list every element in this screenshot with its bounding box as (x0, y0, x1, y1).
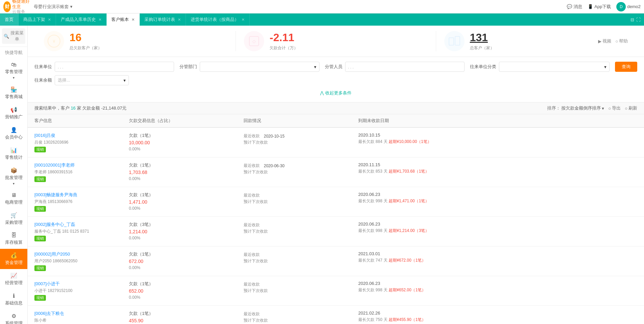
last-payment-row: 最近收款 (244, 222, 358, 228)
dept-select[interactable]: ▾ (200, 62, 319, 72)
filter-balance: 往来余额 选择... ▾ (34, 75, 129, 85)
unit-category-select[interactable]: ▾ (499, 62, 610, 72)
overdue-date: 2020.10.15 (358, 132, 637, 138)
customer-info: [0003]畅捷服务尹海燕 尹海燕 18513066976 现销 (34, 192, 129, 212)
video-button[interactable]: ▶ 视频 (598, 38, 611, 44)
overdue-link[interactable]: 超期¥10,000.00（1笔） (389, 139, 431, 144)
message-button[interactable]: 💬 消息 (567, 4, 582, 10)
table-row: [0002]服务中心_丁磊 服务中心_丁磊 181 0125 8371 现销 欠… (28, 217, 644, 246)
logo-icon: 财 (3, 1, 11, 12)
overdue-link[interactable]: 超期¥455.90（1笔） (389, 317, 426, 322)
overdue-date: 2020.06.23 (358, 192, 637, 197)
customer-name[interactable]: [0016]吕俊 (34, 132, 129, 139)
close-icon[interactable]: ✕ (48, 18, 51, 22)
filter-row-1: 往来单位 ... 分管部门 ▾ 分管人员 ... (34, 62, 637, 72)
app-download-button[interactable]: 📱 App下载 (588, 4, 611, 10)
tab-purchase[interactable]: 采购订单统计表 ✕ (140, 13, 186, 26)
sidebar-item-retail-stats[interactable]: 📊 零售统计 (0, 144, 27, 164)
purchase-icon: 🛒 (10, 212, 17, 218)
download-icon: 📱 (588, 4, 593, 9)
overdue-info: 2021.02.26 最长欠款 750 天 超期¥455.90（1笔） (358, 311, 637, 323)
overdue-link[interactable]: 超期¥1,214.00（3笔） (389, 228, 429, 233)
customer-name[interactable]: [0006]去下粮仓 (34, 311, 129, 317)
marketing-icon: 📢 (10, 107, 17, 113)
close-icon[interactable]: ✕ (242, 18, 245, 22)
next-payment-label: 预计下次收款 (244, 140, 268, 145)
sort-select[interactable]: 按欠款金额倒序排序 (561, 105, 601, 111)
sidebar-item-basic-info[interactable]: ℹ 基础信息 (0, 289, 27, 310)
tab-goods[interactable]: 商品上下架 ✕ (19, 13, 56, 26)
customer-name[interactable]: [000002]用户2050 (34, 251, 129, 257)
sidebar-item-member[interactable]: 👤 会员中心 (0, 123, 27, 144)
debt-info: 欠款（1笔） 10,000.00 0.00% (129, 132, 244, 151)
source-unit-input[interactable]: ... (55, 62, 174, 72)
close-icon[interactable]: ✕ (99, 18, 102, 22)
sidebar-item-purchase[interactable]: 🛒 采购管理 (0, 209, 27, 229)
store-selector[interactable]: 母婴行业演示账套 ▾ (34, 4, 73, 10)
customer-name[interactable]: [0007]小进干 (34, 281, 129, 287)
manager-input[interactable]: ... (345, 62, 465, 72)
sidebar-item-batch-mgmt[interactable]: 📦 批发管理 ▾ (0, 164, 27, 189)
customer-name[interactable]: [0001020001]李老师 (34, 162, 129, 168)
sidebar-item-retail-mgmt[interactable]: 🛍 零售管理 ▾ (0, 58, 27, 83)
query-button[interactable]: 查询 (615, 62, 637, 72)
overdue-date: 2020.06.23 (358, 222, 637, 227)
chevron-down-icon[interactable]: ▾ (602, 106, 604, 111)
finance-icon: 💰 (10, 252, 17, 259)
export-button[interactable]: ○ 导出 (608, 105, 621, 111)
window-restore-icon[interactable]: ⊟ (631, 17, 634, 22)
collapse-button[interactable]: ⋀ 收起更多条件 (34, 89, 637, 97)
stat-actions: ▶ 视频 ○ 帮助 (598, 38, 628, 44)
debt-percent: 0.00% (129, 206, 244, 211)
logo-text: 畅捷通好生意 云服务 (12, 0, 30, 14)
tab-produce[interactable]: 产成品入库单历史 ✕ (56, 13, 107, 26)
customer-name[interactable]: [0002]服务中心_丁磊 (34, 222, 129, 228)
debt-percent: 0.00% (129, 236, 244, 240)
sidebar-item-retail-store[interactable]: 🏪 零售商城 (0, 83, 27, 103)
unit-category-label: 往来单位分类 (470, 64, 496, 70)
balance-select[interactable]: 选择... ▾ (55, 75, 129, 85)
overdue-link[interactable]: 超期¥1,703.68（1笔） (389, 169, 429, 174)
fullscreen-icon[interactable]: ⛶ (636, 17, 641, 22)
chevron-down-icon: ▾ (13, 182, 15, 185)
overdue-info: 2020.10.15 最长欠款 884 天 超期¥10,000.00（1笔） (358, 132, 637, 145)
sidebar-quick-nav[interactable]: 快捷导航 (0, 47, 27, 58)
next-payment-label: 预计下次收款 (244, 258, 268, 264)
customer-info: [0006]去下粮仓 陈小希 现销 (34, 311, 129, 324)
stats-row: ¥ 16 总欠款客户（家） ◇ -2.11 欠款合计（万） (28, 26, 644, 57)
search-menu-button[interactable]: 🔍 搜索菜单 (2, 28, 25, 44)
tab-customer[interactable]: 客户账本 ✕ (107, 13, 140, 26)
debt-count: 欠款（1笔） (129, 281, 244, 287)
refresh-button[interactable]: ○ 刷新 (625, 105, 637, 111)
sidebar-item-ecommerce[interactable]: 🖥 电商管理 (0, 189, 27, 209)
overdue-link[interactable]: 超期¥652.00（1笔） (389, 288, 426, 292)
overdue-link[interactable]: 超期¥672.00（1笔） (389, 258, 426, 263)
overdue-info: 2020.06.23 最长欠款 998 天 超期¥652.00（1笔） (358, 281, 637, 293)
chevron-up-icon: ⋀ (320, 90, 324, 95)
sort-label: 排序： 按欠款金额倒序排序 ▾ (547, 105, 604, 111)
recovery-info: 最近收款 预计下次收款 (244, 251, 358, 265)
sidebar-item-finance[interactable]: 💰 资金管理 (0, 249, 27, 269)
close-icon[interactable]: ✕ (178, 18, 181, 22)
filter-unit-category: 往来单位分类 ▾ (470, 62, 610, 72)
user-avatar[interactable]: D demo2 (616, 2, 641, 11)
close-icon[interactable]: ✕ (132, 18, 135, 22)
next-payment-label: 预计下次收款 (244, 318, 268, 323)
retail-icon: 🛍 (11, 62, 17, 68)
results-actions: 排序： 按欠款金额倒序排序 ▾ ○ 导出 ○ 刷新 (547, 105, 637, 111)
debt-info: 欠款（1笔） 1,471.00 0.00% (129, 192, 244, 211)
overdue-link[interactable]: 超期¥1,471.00（1笔） (389, 199, 429, 203)
sidebar-item-marketing[interactable]: 📢 营销推广 (0, 103, 27, 123)
total-customers-label: 总客户（家） (470, 45, 494, 51)
svg-text:¥: ¥ (52, 39, 55, 44)
debt-info: 欠款（1笔） 1,703.68 0.00% (129, 162, 244, 181)
tab-import[interactable]: 进货单统计表（按商品） ✕ (186, 13, 250, 26)
sidebar-item-operations[interactable]: 📈 经营管理 (0, 269, 27, 289)
sidebar-item-inventory[interactable]: 🗄 库存核算 (0, 229, 27, 249)
recovery-info: 最近收款 预计下次收款 (244, 311, 358, 324)
sidebar-item-system[interactable]: ⚙ 系统管理 (0, 310, 27, 324)
customer-name[interactable]: [0003]畅捷服务尹海燕 (34, 192, 129, 198)
tab-home[interactable]: 首页 (0, 13, 19, 26)
customer-info: [0002]服务中心_丁磊 服务中心_丁磊 181 0125 8371 现销 (34, 222, 129, 241)
help-button[interactable]: ○ 帮助 (615, 38, 628, 44)
